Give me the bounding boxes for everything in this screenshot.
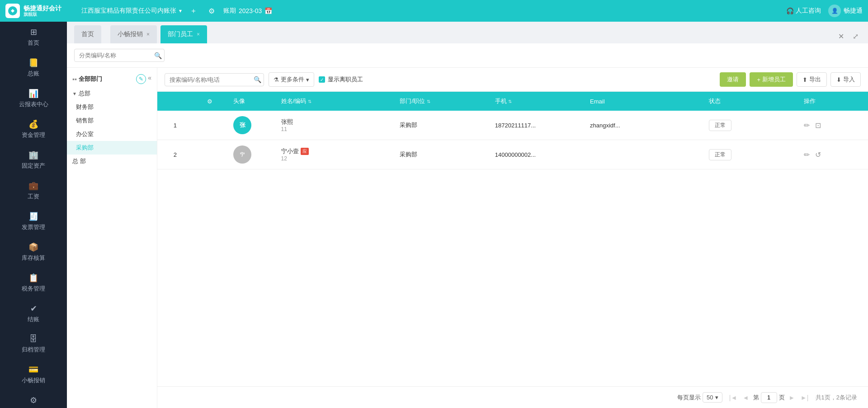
more-filter-button[interactable]: ⚗ 更多条件 ▾: [269, 72, 314, 87]
sidebar-label-expense: 小畅报销: [22, 376, 45, 385]
prev-page-button[interactable]: ◄: [741, 392, 751, 403]
dept-node-purchasing[interactable]: 采购部: [67, 141, 157, 155]
row2-no: 2: [157, 140, 193, 169]
header-center: 江西服宝精品有限责任公司内账张 ▾ ＋ ⚙ 账期 2023-03 📅: [72, 5, 786, 17]
sidebar-item-inventory[interactable]: 📦 库存核算: [0, 237, 67, 267]
row2-refresh-icon[interactable]: ↺: [815, 151, 821, 159]
col-header-dept[interactable]: 部门/职位 ⇅: [392, 92, 487, 111]
col-header-name[interactable]: 姓名/编码 ⇅: [274, 92, 393, 111]
settings-icon[interactable]: ⚙: [205, 5, 218, 17]
collapse-dept-icon[interactable]: «: [148, 74, 151, 84]
page-label: 第: [753, 394, 759, 402]
import-button[interactable]: ⬇ 导入: [830, 72, 861, 87]
show-resigned-checkbox[interactable]: ✓: [319, 76, 325, 83]
export-button[interactable]: ⬆ 导出: [797, 72, 827, 87]
logo-area: 畅捷通好会计 旗舰版: [5, 4, 72, 18]
col-header-avatar: 头像: [226, 92, 274, 111]
row2-avatar-cell: 宁: [226, 140, 274, 169]
period-info: 账期 2023-03 📅: [223, 7, 272, 15]
tab-close-window-button[interactable]: ✕: [835, 31, 846, 42]
sidebar-item-reports[interactable]: 📊 云报表中心: [0, 83, 67, 114]
tab-bar-actions: ✕ ⤢: [835, 31, 868, 43]
row1-logout-icon[interactable]: ⊡: [815, 122, 821, 129]
logo-text: 畅捷通好会计 旗舰版: [24, 5, 61, 18]
sidebar-item-invoice[interactable]: 🧾 发票管理: [0, 206, 67, 237]
sidebar-item-home[interactable]: ⊞ 首页: [0, 22, 67, 52]
toolbar: 🔍: [67, 43, 868, 68]
per-page-value: 50: [707, 394, 713, 401]
sidebar-item-settings[interactable]: ⚙ 基础设置: [0, 390, 67, 408]
funds-icon: 💰: [28, 119, 38, 129]
reports-icon: 📊: [28, 89, 38, 98]
add-dept-button[interactable]: ✎: [136, 74, 146, 84]
sidebar-item-checkout[interactable]: ✔ 结账: [0, 298, 67, 329]
tab-expense-close[interactable]: ×: [146, 31, 150, 38]
company-selector[interactable]: 江西服宝精品有限责任公司内账张 ▾: [81, 7, 182, 15]
tab-expand-button[interactable]: ⤢: [850, 31, 861, 42]
invoice-icon: 🧾: [28, 211, 38, 221]
page-input[interactable]: [761, 392, 777, 403]
next-page-button[interactable]: ►: [787, 392, 797, 403]
tab-home[interactable]: 首页: [74, 25, 101, 43]
row1-no: 1: [157, 111, 193, 140]
sidebar-item-salary[interactable]: 💼 工资: [0, 175, 67, 206]
last-page-button[interactable]: ►|: [799, 392, 810, 403]
row1-ops: ✏ ⊡: [797, 111, 868, 140]
col-header-phone[interactable]: 手机 ⇅: [488, 92, 583, 111]
first-page-button[interactable]: |◄: [728, 392, 739, 403]
dept-search-icon[interactable]: 🔍: [154, 52, 162, 59]
period-value: 2023-03: [239, 7, 262, 14]
show-resigned-wrap: ✓ 显示离职员工: [319, 75, 363, 84]
tab-expense[interactable]: 小畅报销 ×: [110, 25, 157, 43]
consultation-button[interactable]: 🎧 人工咨询: [786, 7, 821, 15]
tab-dept-close[interactable]: ×: [197, 31, 200, 38]
sidebar-item-funds[interactable]: 💰 资金管理: [0, 114, 67, 145]
page-size-dropdown[interactable]: 50 ▾: [703, 392, 722, 403]
sidebar-item-tax[interactable]: 📋 税务管理: [0, 267, 67, 298]
dept-node-headquarter[interactable]: 总 部: [67, 155, 157, 168]
row1-avatar-cell: 张: [226, 111, 274, 140]
sidebar-label-home: 首页: [28, 39, 39, 47]
dept-node-finance[interactable]: 财务部: [67, 100, 157, 114]
row2-phone: 14000000002...: [488, 140, 583, 169]
sidebar-item-expense[interactable]: 💳 小畅报销: [0, 359, 67, 390]
col-header-gear[interactable]: ⚙: [193, 92, 226, 111]
export-icon: ⬆: [802, 76, 807, 83]
dept-node-zongbu[interactable]: ▼ 总部: [67, 87, 157, 100]
per-page-label: 每页显示: [677, 394, 701, 402]
add-icon: +: [757, 76, 760, 83]
company-name: 江西服宝精品有限责任公司内账张: [81, 7, 176, 15]
user-info[interactable]: 👤 畅捷通: [828, 5, 863, 17]
employee-search-icon[interactable]: 🔍: [254, 76, 261, 83]
dept-node-sales[interactable]: 销售部: [67, 114, 157, 127]
ledger-icon: 📒: [28, 58, 38, 68]
all-dept-label[interactable]: 全部部门: [79, 75, 102, 83]
calendar-icon[interactable]: 📅: [264, 7, 272, 14]
sidebar-label-ledger: 总账: [28, 70, 39, 78]
add-company-button[interactable]: ＋: [187, 5, 200, 17]
archive-icon: 🗄: [29, 334, 38, 344]
tab-dept-employee[interactable]: 部门员工 ×: [160, 25, 207, 43]
page-nav: |◄ ◄ 第 页 ► ►|: [728, 392, 810, 403]
filter-chevron-icon: ▾: [306, 76, 309, 83]
row2-email: [583, 140, 702, 169]
employee-search-input[interactable]: [165, 73, 264, 86]
col-phone-label: 手机: [495, 98, 507, 104]
sidebar: ⊞ 首页 📒 总账 📊 云报表中心 💰 资金管理 🏢 固定资产 💼 工资 🧾 发…: [0, 22, 67, 408]
tab-bar: 首页 小畅报销 × 部门员工 × ✕ ⤢: [67, 22, 868, 43]
row1-edit-icon[interactable]: ✏: [804, 122, 810, 129]
sidebar-item-archive[interactable]: 🗄 归档管理: [0, 329, 67, 359]
row1-name-code: 张熙 11: [281, 118, 386, 132]
table-header: ⚙ 头像 姓名/编码 ⇅ 部门/职位 ⇅: [157, 92, 868, 111]
sidebar-item-ledger[interactable]: 📒 总账: [0, 52, 67, 83]
dept-node-office[interactable]: 办公室: [67, 127, 157, 141]
dept-search-input[interactable]: [74, 49, 165, 62]
sidebar-item-assets[interactable]: 🏢 固定资产: [0, 145, 67, 175]
filter-label: 更多条件: [281, 75, 304, 84]
add-employee-button[interactable]: + 新增员工: [750, 72, 793, 87]
app-title: 畅捷通好会计: [24, 5, 61, 12]
employee-actions: 邀请 + 新增员工 ⬆ 导出 ⬇ 导入: [720, 72, 861, 87]
row2-edit-icon[interactable]: ✏: [804, 151, 810, 159]
invite-button[interactable]: 邀请: [720, 72, 746, 87]
page-size-select: 每页显示 50 ▾: [677, 392, 722, 403]
